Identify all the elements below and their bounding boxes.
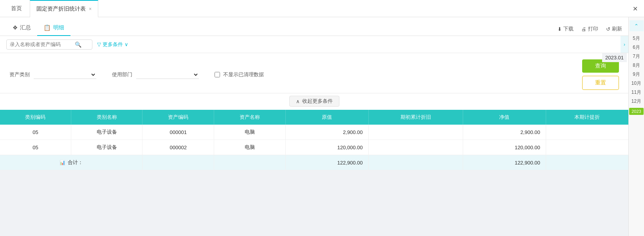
side-year-badge[interactable]: 2023 <box>629 108 643 115</box>
tab-home[interactable]: 首页 <box>5 0 28 17</box>
tab-active[interactable]: 固定资产折旧统计表 × <box>30 0 98 17</box>
side-month-2[interactable]: 6月 <box>631 43 642 52</box>
col-category-code: 类别编码 <box>0 110 71 125</box>
collapse-button[interactable]: ∧ 收起更多条件 <box>289 96 339 107</box>
cell-current-dep-2 <box>546 140 628 155</box>
cell-asset-name-1: 电脑 <box>214 125 286 140</box>
tab-bar: 首页 固定资产折旧统计表 × ✕ <box>0 0 644 17</box>
total-net-value: 122,900.00 <box>463 155 546 170</box>
sub-tabs: ❖ 汇总 📋 明细 <box>6 17 70 36</box>
search-icon: 🔍 <box>75 41 81 48</box>
filter-buttons: 查询 重置 <box>582 59 619 90</box>
col-original-value: 原值 <box>285 110 368 125</box>
department-field: 使用部门 <box>112 70 199 79</box>
date-display: 2023.01 <box>602 53 627 62</box>
table-wrapper: 类别编码 类别名称 资产编码 资产名称 原值 期初累计折旧 净值 本期计提折 0… <box>0 110 628 236</box>
col-accumulated-depreciation: 期初累计折旧 <box>368 110 463 125</box>
col-net-value: 净值 <box>463 110 546 125</box>
cell-asset-code-2: 000002 <box>143 140 214 155</box>
total-empty-1 <box>143 155 214 170</box>
total-row: 📊 合计： 122,900.00 122,900.00 <box>0 155 628 170</box>
total-label-cell: 📊 合计： <box>0 155 143 170</box>
print-icon: 🖨 <box>581 26 586 32</box>
side-month-5[interactable]: 9月 <box>631 70 642 79</box>
tab-active-label: 固定资产折旧统计表 <box>36 5 86 13</box>
collapse-label: 收起更多条件 <box>302 98 333 105</box>
hide-cleared-label: 不显示已清理数据 <box>223 71 264 78</box>
refresh-icon: ↺ <box>606 26 610 32</box>
side-month-4[interactable]: 8月 <box>631 61 642 70</box>
total-label-text: 合计： <box>68 159 83 166</box>
side-month-1[interactable]: 5月 <box>631 34 642 43</box>
total-current-dep <box>546 155 628 170</box>
asset-type-select[interactable] <box>34 70 96 79</box>
cell-net-value-1: 2,900.00 <box>463 125 546 140</box>
side-month-3[interactable]: 7月 <box>631 52 642 61</box>
search-bar: 🔍 ▽ 更多条件 ∨ › <box>0 36 628 53</box>
main-content: ❖ 汇总 📋 明细 ⬇ 下载 🖨 打印 ↺ 刷新 <box>0 17 644 236</box>
side-month-6[interactable]: 10月 <box>630 79 643 88</box>
cell-current-dep-1 <box>546 125 628 140</box>
search-input-wrapper: 🔍 <box>6 39 92 50</box>
col-category-name: 类别名称 <box>71 110 143 125</box>
side-month-8[interactable]: 12月 <box>630 97 643 105</box>
filter-row: 资产类别 使用部门 不显示已清理数据 查询 重置 <box>9 59 619 90</box>
col-current-depreciation: 本期计提折 <box>546 110 628 125</box>
chevron-down-icon: ∨ <box>124 41 128 47</box>
table-header-row: 类别编码 类别名称 资产编码 资产名称 原值 期初累计折旧 净值 本期计提折 <box>0 110 628 125</box>
side-month-7[interactable]: 11月 <box>630 88 643 97</box>
cell-original-value-2: 120,000.00 <box>285 140 368 155</box>
table-row: 05 电子设备 000002 电脑 120,000.00 120,000.00 <box>0 140 628 155</box>
refresh-button[interactable]: ↺ 刷新 <box>606 25 622 32</box>
tab-summary-label: 汇总 <box>20 24 31 31</box>
print-label: 打印 <box>588 25 598 32</box>
collapse-bar: ∧ 收起更多条件 <box>0 93 628 110</box>
more-conditions-label: 更多条件 <box>103 41 123 48</box>
asset-type-label: 资产类别 <box>9 71 30 78</box>
print-button[interactable]: 🖨 打印 <box>581 25 598 32</box>
col-asset-code: 资产编码 <box>143 110 214 125</box>
summary-icon: ❖ <box>13 24 18 31</box>
toolbar-right: ⬇ 下载 🖨 打印 ↺ 刷新 <box>557 25 622 36</box>
tab-summary[interactable]: ❖ 汇总 <box>6 20 37 36</box>
col-asset-name: 资产名称 <box>214 110 286 125</box>
table-row: 05 电子设备 000001 电脑 2,900.00 2,900.00 <box>0 125 628 140</box>
cell-category-code-1: 05 <box>0 125 71 140</box>
cell-category-name-2: 电子设备 <box>71 140 143 155</box>
window-close-button[interactable]: ✕ <box>633 5 638 12</box>
download-icon: ⬇ <box>557 26 562 32</box>
search-input[interactable] <box>10 41 72 47</box>
tab-detail-label: 明细 <box>53 24 64 31</box>
filter-icon: ▽ <box>97 41 101 47</box>
side-panel-up-arrow[interactable]: ⌃ <box>630 20 644 31</box>
cell-asset-name-2: 电脑 <box>214 140 286 155</box>
tab-close-button[interactable]: × <box>89 7 92 11</box>
collapse-icon: ∧ <box>296 98 300 104</box>
cell-category-name-1: 电子设备 <box>71 125 143 140</box>
side-arrow-button[interactable]: › <box>621 36 628 53</box>
total-accumulated <box>368 155 463 170</box>
total-icon: 📊 <box>60 160 65 165</box>
cell-asset-code-1: 000001 <box>143 125 214 140</box>
refresh-label: 刷新 <box>612 25 622 32</box>
cell-original-value-1: 2,900.00 <box>285 125 368 140</box>
download-button[interactable]: ⬇ 下载 <box>557 25 574 32</box>
hide-cleared-checkbox[interactable] <box>215 72 220 77</box>
side-panel: ⌃ 5月 6月 7月 8月 9月 10月 11月 12月 2023 <box>628 17 644 236</box>
cell-accumulated-2 <box>368 140 463 155</box>
reset-button[interactable]: 重置 <box>582 76 619 90</box>
data-table: 类别编码 类别名称 资产编码 资产名称 原值 期初累计折旧 净值 本期计提折 0… <box>0 110 628 170</box>
asset-type-field: 资产类别 <box>9 70 96 79</box>
sub-tab-bar: ❖ 汇总 📋 明细 ⬇ 下载 🖨 打印 ↺ 刷新 <box>0 17 628 36</box>
total-original-value: 122,900.00 <box>285 155 368 170</box>
download-label: 下载 <box>563 25 574 32</box>
hide-cleared-field: 不显示已清理数据 <box>215 71 264 78</box>
cell-category-code-2: 05 <box>0 140 71 155</box>
tab-detail[interactable]: 📋 明细 <box>37 20 70 36</box>
more-conditions-button[interactable]: ▽ 更多条件 ∨ <box>97 41 128 48</box>
detail-icon: 📋 <box>43 24 51 31</box>
total-empty-2 <box>214 155 286 170</box>
filter-panel: 资产类别 使用部门 不显示已清理数据 查询 重置 <box>0 53 628 93</box>
department-select[interactable] <box>136 70 199 79</box>
cell-net-value-2: 120,000.00 <box>463 140 546 155</box>
